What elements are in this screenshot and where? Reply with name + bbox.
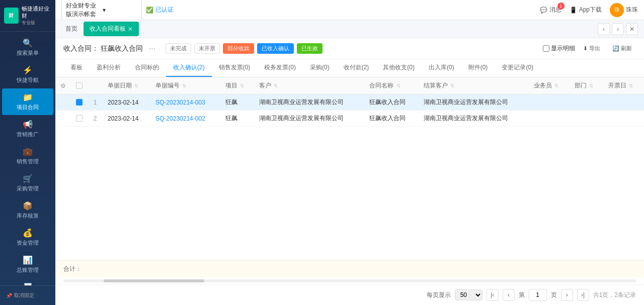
number-col-header[interactable]: 单据编号 ⇅ (150, 77, 220, 94)
sidebar-item-label-search: 搜索菜单 (17, 49, 39, 57)
table-row[interactable]: 1 2023-02-14 SQ-20230214-003 狂飙 湖南卫视商业运营… (55, 94, 644, 111)
row2-customer: 湖南卫视商业运营发展有限公司 (254, 111, 365, 127)
status-partial-received[interactable]: 部分收款 (223, 43, 254, 54)
table-row[interactable]: 2 2023-02-14 SQ-20230214-002 狂飙 湖南卫视商业运营… (55, 111, 644, 127)
quick-nav-icon: ⚡ (23, 65, 33, 75)
row1-number-link[interactable]: SQ-20230214-003 (155, 99, 205, 106)
message-icon: 💬 (540, 7, 547, 14)
status-confirmed[interactable]: 已收入确认 (257, 43, 294, 54)
sidebar-item-label-quick: 快捷导航 (17, 76, 39, 84)
end-customer-sort-icon: ⇅ (450, 83, 454, 88)
total-info: 共1页，2条记录 (593, 291, 636, 299)
prev-page-button[interactable]: ‹ (503, 289, 515, 301)
tab-close-icon[interactable]: ✕ (128, 26, 133, 33)
refresh-icon: 🔄 (612, 45, 619, 52)
sidebar-item-inventory[interactable]: 📦 库存核算 (2, 197, 53, 224)
tab-next-button[interactable]: › (612, 23, 624, 35)
customer-col-header[interactable]: 客户 ⇅ (254, 77, 365, 94)
sidebar-item-quick-nav[interactable]: ⚡ 快捷导航 (2, 61, 53, 88)
sidebar-item-label-inventory: 库存核算 (17, 212, 39, 220)
date-col-header[interactable]: 单据日期 ⇅ (103, 77, 150, 94)
row2-invoice-date (603, 111, 644, 127)
user-profile[interactable]: 珠 珠珠 (610, 3, 638, 17)
row2-checkbox[interactable] (76, 115, 83, 122)
end-customer-col-header[interactable]: 结算客户 ⇅ (419, 77, 529, 94)
refresh-label: 刷新 (621, 45, 632, 52)
tab-sales-invoice[interactable]: 销售发票(0) (212, 59, 258, 77)
contract-name-col-header[interactable]: 合同名称 ⇅ (364, 77, 418, 94)
tab-other-income[interactable]: 其他收支(0) (376, 59, 422, 77)
chevron-down-icon: ▾ (103, 7, 137, 14)
sidebar-bottom: 📌 取消固定 (0, 285, 55, 305)
tab-close-button[interactable]: ✕ (626, 23, 638, 35)
sidebar-item-marketing[interactable]: 📢 营销推广 (2, 116, 53, 142)
status-buttons: 未完成 未开票 部分收款 已收入确认 已生效 (166, 43, 323, 54)
row1-number[interactable]: SQ-20230214-003 (150, 94, 220, 111)
tab-tax-invoice[interactable]: 税务发票(0) (257, 59, 303, 77)
select-all-checkbox[interactable] (76, 82, 83, 89)
show-detail-input[interactable] (543, 45, 549, 52)
project-icon: 📁 (23, 92, 33, 102)
tab-warehouse[interactable]: 出入库(0) (422, 59, 461, 77)
total-label: 合计： (63, 265, 82, 272)
sidebar-item-fund[interactable]: 💰 资金管理 (2, 224, 53, 251)
salesman-col-header[interactable]: 业务员 ⇅ (529, 77, 570, 94)
row1-dept (570, 94, 603, 111)
num-col-header (88, 77, 103, 94)
home-tab[interactable]: 首页 (61, 23, 82, 35)
tab-profit[interactable]: 盈利分析 (90, 59, 128, 77)
tab-revenue-confirm[interactable]: 收入确认(2) (166, 59, 212, 77)
customer-sort-icon: ⇅ (274, 83, 278, 88)
pin-label: 取消固定 (14, 292, 34, 299)
tab-payment[interactable]: 收付款(2) (337, 59, 376, 77)
project-col-header[interactable]: 项目 ⇅ (220, 77, 254, 94)
scroll-thumb[interactable] (104, 279, 204, 282)
contract-name-sort-icon: ⇅ (396, 83, 400, 88)
show-detail-label: 显示明细 (551, 44, 575, 53)
status-not-invoiced[interactable]: 未开票 (194, 43, 220, 54)
sidebar-item-invoice[interactable]: 🧾 发票管理 (2, 278, 53, 285)
tab-contract-standard[interactable]: 合同标的 (128, 59, 166, 77)
first-page-button[interactable]: |‹ (487, 289, 499, 301)
table-area: ⚙ 单据日期 ⇅ 单据编号 ⇅ (55, 77, 644, 260)
header-actions: 显示明细 ⬇ 导出 🔄 刷新 (543, 43, 636, 54)
sidebar-item-purchase[interactable]: 🛒 采购管理 (2, 170, 53, 196)
refresh-button[interactable]: 🔄 刷新 (608, 43, 636, 54)
company-selector[interactable]: 好业财专业版演示帐套 ▾ (61, 0, 142, 21)
last-page-button[interactable]: ›| (577, 289, 589, 301)
tab-kanban[interactable]: 看板 (63, 59, 90, 77)
row2-number[interactable]: SQ-20230214-002 (150, 111, 220, 127)
sidebar-item-project[interactable]: 📁 项目合同 (2, 88, 53, 115)
show-detail-checkbox[interactable]: 显示明细 (543, 44, 575, 53)
topbar: 好业财专业版演示帐套 ▾ ✅ 已认证 💬 消息 1 📱 App下载 珠 珠珠 (55, 0, 644, 20)
contract-tab[interactable]: 收入合同看板 ✕ (84, 22, 139, 36)
export-button[interactable]: ⬇ 导出 (579, 43, 604, 54)
pin-toggle[interactable]: 📌 取消固定 (4, 290, 51, 301)
status-not-complete[interactable]: 未完成 (166, 43, 191, 54)
tab-attachment[interactable]: 附件(0) (461, 59, 495, 77)
app-download-action[interactable]: 📱 App下载 (570, 6, 602, 14)
per-page-select[interactable]: 50 20 100 200 (455, 289, 482, 300)
settings-col-header: ⚙ (55, 77, 71, 94)
invoice-date-col-header[interactable]: 开票日 ⇅ (603, 77, 644, 94)
contract-more-button[interactable]: ··· (149, 44, 155, 53)
row2-number-link[interactable]: SQ-20230214-002 (155, 115, 205, 122)
tab-prev-button[interactable]: ‹ (598, 23, 610, 35)
settings-icon[interactable]: ⚙ (60, 82, 66, 89)
sidebar-item-sales[interactable]: 💼 销售管理 (2, 143, 53, 169)
sidebar-item-search[interactable]: 🔍 搜索菜单 (2, 34, 53, 61)
project-sort-icon: ⇅ (240, 83, 244, 88)
dept-col-header[interactable]: 部门 ⇅ (570, 77, 603, 94)
sidebar-item-label-marketing: 营销推广 (17, 131, 39, 138)
sidebar-item-general[interactable]: 📊 总账管理 (2, 251, 53, 278)
row1-checkbox[interactable] (76, 99, 83, 106)
tab-purchase[interactable]: 采购(0) (303, 59, 337, 77)
page-input[interactable] (529, 289, 547, 301)
tab-change-log[interactable]: 变更记录(0) (495, 59, 540, 77)
message-badge: 1 (557, 3, 565, 10)
next-page-button[interactable]: › (561, 289, 573, 301)
scroll-track[interactable] (63, 279, 636, 282)
home-tab-label: 首页 (65, 25, 77, 32)
status-effective[interactable]: 已生效 (297, 43, 323, 54)
message-action[interactable]: 💬 消息 1 (540, 6, 561, 14)
